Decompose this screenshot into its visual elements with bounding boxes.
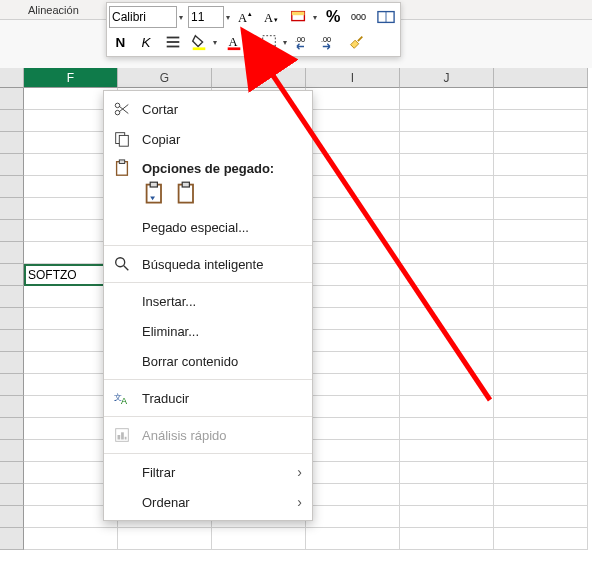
row-header[interactable] <box>0 110 24 132</box>
comma-style-icon[interactable]: 000 <box>348 5 372 29</box>
svg-rect-28 <box>119 135 128 146</box>
row-header[interactable] <box>0 418 24 440</box>
paste-values-icon[interactable] <box>174 180 200 206</box>
percent-icon[interactable]: % <box>322 5 346 29</box>
svg-text:.00: .00 <box>295 35 305 44</box>
row-header[interactable] <box>0 440 24 462</box>
row-header[interactable] <box>0 132 24 154</box>
row-header[interactable] <box>0 154 24 176</box>
menu-smart-lookup[interactable]: Búsqueda inteligente <box>104 249 312 279</box>
svg-rect-32 <box>150 182 157 187</box>
row-header[interactable] <box>0 88 24 110</box>
menu-paste-special[interactable]: Pegado especial... <box>104 212 312 242</box>
align-icon[interactable] <box>161 30 185 54</box>
menu-separator <box>104 245 312 246</box>
menu-translate[interactable]: 文A Traducir <box>104 383 312 413</box>
fill-color-icon[interactable] <box>187 30 211 54</box>
chevron-down-icon[interactable]: ▾ <box>310 13 320 22</box>
svg-rect-42 <box>125 437 127 440</box>
menu-label: Opciones de pegado: <box>142 161 302 176</box>
svg-rect-19 <box>263 46 276 49</box>
blank-icon <box>112 291 132 311</box>
svg-line-36 <box>124 266 129 271</box>
menu-paste-options-header: Opciones de pegado: <box>104 154 312 178</box>
ribbon-group-alignment: Alineación <box>0 4 107 16</box>
menu-label: Ordenar <box>142 495 287 510</box>
row-header[interactable] <box>0 286 24 308</box>
chevron-down-icon[interactable]: ▾ <box>223 13 233 22</box>
row-header[interactable] <box>0 374 24 396</box>
menu-copy[interactable]: Copiar <box>104 124 312 154</box>
font-color-icon[interactable]: A <box>222 30 246 54</box>
menu-cut[interactable]: Cortar <box>104 94 312 124</box>
font-name-select[interactable] <box>109 6 177 28</box>
menu-quick-analysis: Análisis rápido <box>104 420 312 450</box>
row-header[interactable] <box>0 308 24 330</box>
decrease-decimal-icon[interactable]: .00 <box>318 30 342 54</box>
row-header[interactable] <box>0 242 24 264</box>
menu-separator <box>104 453 312 454</box>
menu-filter[interactable]: Filtrar › <box>104 457 312 487</box>
svg-line-26 <box>119 105 128 112</box>
row-header[interactable] <box>0 462 24 484</box>
svg-text:.00: .00 <box>321 35 331 44</box>
menu-separator <box>104 416 312 417</box>
translate-icon: 文A <box>112 388 132 408</box>
row-header[interactable] <box>0 352 24 374</box>
chevron-down-icon[interactable]: ▾ <box>245 38 255 47</box>
scissors-icon <box>112 99 132 119</box>
menu-label: Filtrar <box>142 465 287 480</box>
menu-label: Cortar <box>142 102 302 117</box>
select-all-corner[interactable] <box>0 68 24 88</box>
row-header[interactable] <box>0 528 24 550</box>
menu-insert[interactable]: Insertar... <box>104 286 312 316</box>
svg-text:A: A <box>238 11 247 25</box>
column-header[interactable]: J <box>400 68 494 88</box>
paste-options-row <box>104 178 312 212</box>
row-header[interactable] <box>0 198 24 220</box>
menu-label: Copiar <box>142 132 302 147</box>
svg-point-35 <box>116 258 125 267</box>
row-header[interactable] <box>0 484 24 506</box>
merge-icon[interactable] <box>374 5 398 29</box>
menu-delete[interactable]: Eliminar... <box>104 316 312 346</box>
bold-icon[interactable]: N <box>109 30 133 54</box>
font-size-select[interactable] <box>188 6 224 28</box>
column-header[interactable]: H <box>212 68 306 88</box>
svg-text:000: 000 <box>351 12 366 22</box>
row-header[interactable] <box>0 330 24 352</box>
italic-icon[interactable]: K <box>135 30 159 54</box>
svg-rect-17 <box>228 47 241 50</box>
column-header[interactable]: F <box>24 68 118 88</box>
svg-text:▾: ▾ <box>274 15 278 24</box>
column-header[interactable] <box>494 68 588 88</box>
row-header[interactable] <box>0 396 24 418</box>
svg-text:▴: ▴ <box>248 9 252 18</box>
accounting-format-icon[interactable] <box>287 5 311 29</box>
svg-text:N: N <box>116 35 126 50</box>
column-header[interactable]: G <box>118 68 212 88</box>
chevron-down-icon[interactable]: ▾ <box>280 38 290 47</box>
row-header[interactable] <box>0 220 24 242</box>
format-painter-icon[interactable] <box>344 30 368 54</box>
menu-label: Eliminar... <box>142 324 302 339</box>
menu-separator <box>104 379 312 380</box>
increase-font-icon[interactable]: A▴ <box>235 5 259 29</box>
paste-keep-source-icon[interactable] <box>142 180 168 206</box>
borders-icon[interactable] <box>257 30 281 54</box>
column-header[interactable]: I <box>306 68 400 88</box>
blank-icon <box>112 462 132 482</box>
chevron-down-icon[interactable]: ▾ <box>210 38 220 47</box>
row-header[interactable] <box>0 264 24 286</box>
row-header[interactable] <box>0 176 24 198</box>
menu-label: Traducir <box>142 391 302 406</box>
svg-text:A: A <box>121 396 127 406</box>
svg-text:%: % <box>326 8 340 25</box>
menu-clear-contents[interactable]: Borrar contenido <box>104 346 312 376</box>
chevron-down-icon[interactable]: ▾ <box>176 13 186 22</box>
menu-sort[interactable]: Ordenar › <box>104 487 312 517</box>
row-header[interactable] <box>0 506 24 528</box>
decrease-font-icon[interactable]: A▾ <box>261 5 285 29</box>
menu-label: Análisis rápido <box>142 428 302 443</box>
increase-decimal-icon[interactable]: .00 <box>292 30 316 54</box>
